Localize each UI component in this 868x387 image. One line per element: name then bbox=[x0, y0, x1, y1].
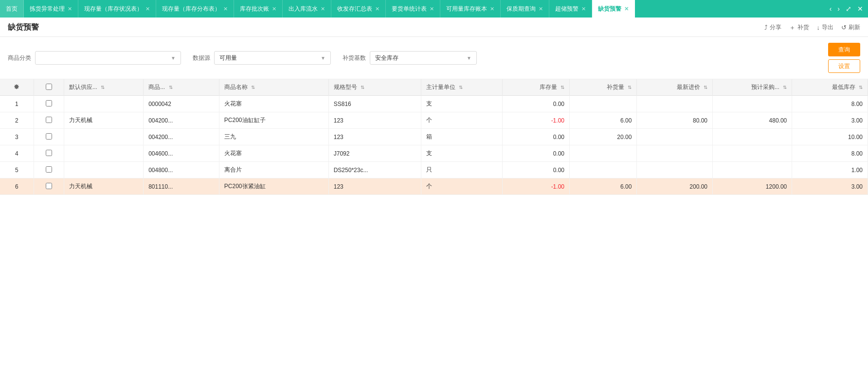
row-spec: SS816 bbox=[328, 96, 421, 112]
tab-available-ledger[interactable]: 可用量库存账本 ✕ bbox=[440, 0, 501, 18]
th-est-purchase[interactable]: 预计采购... ⇅ bbox=[713, 79, 792, 96]
row-checkbox[interactable] bbox=[46, 150, 52, 156]
th-name-label: 商品名称 bbox=[224, 84, 248, 90]
row-est-purchase bbox=[713, 145, 792, 162]
row-checkbox[interactable] bbox=[46, 166, 52, 173]
page-content: 缺货预警 ⤴ 分享 ＋ 补货 ↓ 导出 ↺ 刷新 商品分类 bbox=[0, 18, 868, 387]
row-replenish-qty bbox=[569, 162, 636, 178]
tab-close-icon[interactable]: ✕ bbox=[624, 6, 629, 12]
datasource-value: 可用量 bbox=[219, 54, 237, 62]
tab-label: 缺货预警 bbox=[598, 5, 621, 13]
row-checkbox[interactable] bbox=[46, 117, 52, 123]
category-dropdown-icon: ▼ bbox=[171, 55, 176, 61]
row-latest-price bbox=[637, 162, 713, 178]
th-latest-price-label: 最新进价 bbox=[677, 84, 700, 90]
replenish-base-label: 补货基数 bbox=[343, 54, 366, 62]
tab-stock-dist[interactable]: 现存量（库存分布表） ✕ bbox=[156, 0, 234, 18]
row-checkbox-cell bbox=[34, 145, 64, 162]
tab-restore-button[interactable]: ⤢ bbox=[843, 3, 854, 15]
row-checkbox[interactable] bbox=[46, 183, 52, 189]
th-replenish-qty[interactable]: 补货量 ⇅ bbox=[569, 79, 636, 96]
th-min-stock-label: 最低库存 bbox=[832, 84, 855, 90]
th-latest-price[interactable]: 最新进价 ⇅ bbox=[637, 79, 713, 96]
replenish-sort-icon: ⇅ bbox=[628, 85, 632, 90]
category-select[interactable]: ▼ bbox=[35, 51, 181, 65]
row-checkbox[interactable] bbox=[46, 100, 52, 106]
refresh-action[interactable]: ↺ 刷新 bbox=[841, 23, 860, 32]
tab-controls: ‹ › ⤢ ✕ bbox=[827, 3, 868, 15]
row-unit: 支 bbox=[421, 145, 502, 162]
tab-exception[interactable]: 拣货异常处理 ✕ bbox=[24, 0, 78, 18]
th-name[interactable]: 商品名称 ⇅ bbox=[219, 79, 328, 96]
replenish-base-select[interactable]: 安全库存 ▼ bbox=[370, 51, 477, 65]
export-action[interactable]: ↓ 导出 bbox=[817, 23, 834, 32]
row-supplier bbox=[64, 162, 143, 178]
tab-close-icon[interactable]: ✕ bbox=[375, 6, 380, 12]
tab-home[interactable]: 首页 bbox=[0, 0, 24, 18]
row-checkbox[interactable] bbox=[46, 133, 52, 140]
tab-close-icon[interactable]: ✕ bbox=[581, 6, 586, 12]
tab-close-icon[interactable]: ✕ bbox=[321, 6, 325, 12]
th-min-stock[interactable]: 最低库存 ⇅ bbox=[792, 79, 868, 96]
row-stock: 0.00 bbox=[502, 145, 569, 162]
code-sort-icon: ⇅ bbox=[169, 85, 173, 90]
row-checkbox-cell bbox=[34, 129, 64, 145]
replenish-label: 补货 bbox=[797, 23, 809, 32]
th-unit[interactable]: 主计量单位 ⇅ bbox=[421, 79, 502, 96]
tab-next-button[interactable]: › bbox=[834, 3, 843, 15]
tab-label: 要货单统计表 bbox=[392, 5, 427, 13]
datasource-select[interactable]: 可用量 ▼ bbox=[214, 51, 331, 65]
row-min-stock: 8.00 bbox=[792, 96, 868, 112]
row-spec: 123 bbox=[328, 129, 421, 145]
replenish-action[interactable]: ＋ 补货 bbox=[789, 23, 809, 32]
tab-close-icon[interactable]: ✕ bbox=[430, 6, 434, 12]
tab-stock-status[interactable]: 现存量（库存状况表） ✕ bbox=[78, 0, 156, 18]
share-action[interactable]: ⤴ 分享 bbox=[764, 23, 781, 32]
tab-shortage[interactable]: 缺货预警 ✕ bbox=[592, 0, 635, 18]
tab-batch-account[interactable]: 库存批次账 ✕ bbox=[234, 0, 283, 18]
table-row: 5 004800... 离合片 DS250*23c... 只 0.00 1.00 bbox=[0, 162, 868, 178]
tab-expiry-query[interactable]: 保质期查询 ✕ bbox=[501, 0, 549, 18]
name-sort-icon: ⇅ bbox=[251, 85, 255, 90]
settings-button[interactable]: 设置 bbox=[828, 59, 860, 73]
tab-label: 现存量（库存状况表） bbox=[84, 5, 143, 13]
gear-icon[interactable] bbox=[13, 84, 20, 91]
query-button[interactable]: 查询 bbox=[828, 43, 860, 56]
row-replenish-qty: 6.00 bbox=[569, 112, 636, 129]
tab-close-icon[interactable]: ✕ bbox=[490, 6, 494, 12]
filter-actions: 查询 设置 bbox=[828, 43, 860, 73]
tab-close-icon[interactable]: ✕ bbox=[539, 6, 543, 12]
tab-close-icon[interactable]: ✕ bbox=[68, 6, 72, 12]
row-index: 4 bbox=[0, 145, 34, 162]
tab-close-icon[interactable]: ✕ bbox=[272, 6, 276, 12]
tab-inout-flow[interactable]: 出入库流水 ✕ bbox=[283, 0, 331, 18]
table-row: 3 004200... 三九 123 箱 0.00 20.00 10.00 bbox=[0, 129, 868, 145]
row-name: 三九 bbox=[219, 129, 328, 145]
th-unit-label: 主计量单位 bbox=[426, 84, 455, 90]
tab-close-all-button[interactable]: ✕ bbox=[854, 3, 866, 15]
data-table: 默认供应... ⇅ 商品... ⇅ 商品名称 ⇅ 规格型号 ⇅ bbox=[0, 79, 868, 195]
th-stock-label: 库存量 bbox=[540, 84, 557, 90]
tab-label: 库存批次账 bbox=[240, 5, 269, 13]
row-est-purchase bbox=[713, 96, 792, 112]
row-supplier bbox=[64, 129, 143, 145]
th-stock[interactable]: 库存量 ⇅ bbox=[502, 79, 569, 96]
row-unit: 个 bbox=[421, 112, 502, 129]
table-body: 1 0000042 火花塞 SS816 支 0.00 8.00 2 力天机械 0… bbox=[0, 96, 868, 195]
th-supplier[interactable]: 默认供应... ⇅ bbox=[64, 79, 143, 96]
tab-close-icon[interactable]: ✕ bbox=[223, 6, 228, 12]
th-supplier-label: 默认供应... bbox=[69, 84, 97, 90]
tab-demand-stat[interactable]: 要货单统计表 ✕ bbox=[386, 0, 440, 18]
tab-prev-button[interactable]: ‹ bbox=[827, 3, 835, 15]
minstock-sort-icon: ⇅ bbox=[859, 85, 863, 90]
row-code: 801110... bbox=[144, 178, 219, 195]
tab-collect-summary[interactable]: 收发存汇总表 ✕ bbox=[331, 0, 386, 18]
th-spec[interactable]: 规格型号 ⇅ bbox=[328, 79, 421, 96]
table-row: 1 0000042 火花塞 SS816 支 0.00 8.00 bbox=[0, 96, 868, 112]
tab-label: 可用量库存账本 bbox=[446, 5, 487, 13]
tab-close-icon[interactable]: ✕ bbox=[145, 6, 150, 12]
tab-overstock[interactable]: 超储预警 ✕ bbox=[549, 0, 592, 18]
row-code: 004200... bbox=[144, 112, 219, 129]
select-all-checkbox[interactable] bbox=[46, 84, 52, 90]
th-code[interactable]: 商品... ⇅ bbox=[144, 79, 219, 96]
